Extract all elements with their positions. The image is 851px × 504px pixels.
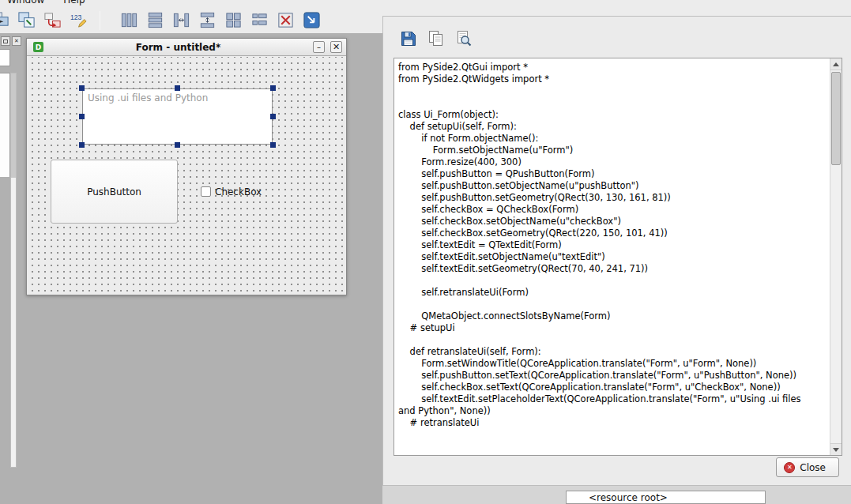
lay-out-form-layout-icon: [250, 11, 269, 29]
save-button[interactable]: [398, 28, 419, 49]
pushbutton-widget[interactable]: PushButton: [51, 160, 178, 224]
lay-out-vertically-icon: [146, 11, 164, 29]
lay-out-vertical-splitter-button[interactable]: [198, 10, 217, 30]
form-window-titlebar[interactable]: D Form - untitled* – ✕: [27, 39, 346, 56]
form-window: D Form - untitled* – ✕ Using .ui files a…: [26, 38, 347, 295]
form-window-title: Form - untitled*: [47, 42, 310, 53]
edit-signals-slots-icon: [17, 11, 36, 29]
selection-handle-ne[interactable]: [270, 85, 276, 91]
resource-root-label: <resource root>: [589, 492, 668, 503]
textedit-placeholder-text: Using .ui files and Python: [82, 88, 273, 145]
form-close-button[interactable]: ✕: [330, 41, 342, 53]
break-layout-icon: [277, 11, 295, 29]
dock-close-button[interactable]: ✕: [12, 36, 21, 46]
code-vertical-scrollbar[interactable]: [830, 58, 842, 455]
copy-icon: [427, 29, 446, 48]
selection-handle-w[interactable]: [79, 114, 85, 119]
dock-float-icon: [3, 39, 8, 43]
break-layout-button[interactable]: [276, 10, 296, 30]
widgetbox-scrollbar[interactable]: [10, 73, 17, 468]
lay-out-grid-button[interactable]: [224, 10, 243, 30]
scrollbar-thumb[interactable]: [831, 72, 841, 165]
widgetbox-filter-input[interactable]: [0, 49, 10, 66]
edit-tab-order-button[interactable]: 123: [69, 10, 88, 30]
menubar: Window Help: [0, 0, 851, 7]
edit-buddies-icon: [43, 11, 62, 29]
selection-handle-nw[interactable]: [79, 85, 85, 91]
adjust-size-button[interactable]: [302, 10, 322, 30]
selection-handle-s[interactable]: [175, 142, 180, 148]
save-icon: [399, 29, 418, 48]
textedit-widget[interactable]: Using .ui files and Python: [82, 88, 273, 145]
widgetbox-list-fragment: [0, 73, 10, 177]
scroll-down-arrow-button[interactable]: [830, 443, 842, 455]
code-text: from PySide2.QtGui import * from PySide2…: [394, 58, 842, 432]
lay-out-vertically-button[interactable]: [145, 10, 165, 30]
checkbox-widget[interactable]: CheckBox: [201, 175, 281, 208]
find-icon: [454, 29, 473, 48]
code-preview-dialog: from PySide2.QtGui import * from PySide2…: [382, 16, 851, 486]
edit-buddies-button[interactable]: [43, 10, 62, 30]
resource-browser-item[interactable]: <resource root>: [566, 491, 766, 504]
find-button[interactable]: [454, 28, 474, 49]
widgetbox-scrollbar-thumb[interactable]: [11, 73, 16, 178]
code-editor[interactable]: from PySide2.QtGui import * from PySide2…: [393, 58, 842, 456]
lay-out-horizontally-icon: [120, 11, 138, 29]
dock-float-button[interactable]: [1, 36, 10, 46]
close-button[interactable]: ✕ Close: [776, 457, 839, 477]
code-dialog-toolbar: [398, 28, 474, 49]
edit-widgets-icon: [0, 11, 9, 29]
form-minimize-button[interactable]: –: [313, 41, 325, 53]
lay-out-horizontal-splitter-icon: [172, 11, 190, 29]
copy-button[interactable]: [426, 28, 446, 49]
form-canvas[interactable]: Using .ui files and Python PushButton Ch…: [27, 57, 346, 295]
close-button-label: Close: [800, 462, 826, 473]
checkbox-label: CheckBox: [215, 186, 262, 197]
dock-close-icon: ✕: [14, 38, 19, 44]
lay-out-form-layout-button[interactable]: [250, 10, 269, 30]
selection-handle-se[interactable]: [270, 142, 276, 148]
selection-handle-e[interactable]: [270, 114, 276, 119]
lay-out-grid-icon: [224, 11, 243, 29]
selection-handle-sw[interactable]: [79, 142, 85, 148]
lay-out-horizontal-splitter-button[interactable]: [171, 10, 191, 30]
close-red-circle-icon: ✕: [784, 462, 795, 473]
menu-help[interactable]: Help: [63, 0, 85, 6]
designer-file-icon: D: [33, 42, 43, 52]
edit-widgets-button[interactable]: [0, 10, 10, 30]
menu-window[interactable]: Window: [7, 0, 44, 6]
selection-handle-n[interactable]: [175, 85, 180, 91]
svg-text:123: 123: [70, 13, 82, 21]
lay-out-horizontally-button[interactable]: [119, 10, 139, 30]
scroll-up-arrow-button[interactable]: [830, 58, 842, 70]
toolbar-separator: [100, 11, 100, 30]
adjust-size-icon: [303, 11, 321, 29]
edit-tab-order-icon: 123: [70, 11, 88, 29]
edit-signals-slots-button[interactable]: [17, 10, 36, 30]
lay-out-vertical-splitter-icon: [198, 11, 217, 29]
checkbox-indicator: [201, 186, 211, 197]
